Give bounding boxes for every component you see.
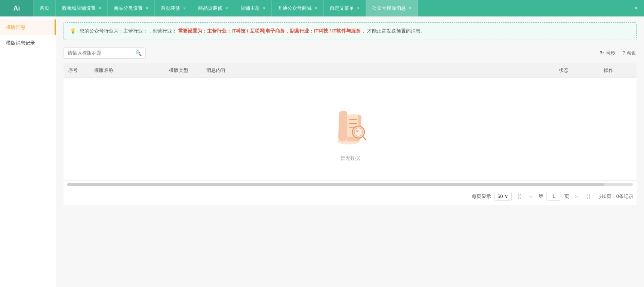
notice-suffix: 才能正常发送预置的消息。: [367, 28, 425, 34]
data-table: 序号 模版名称 模版类型 消息内容 状态 操作: [64, 63, 637, 181]
close-tab-custom-menu[interactable]: ×: [357, 6, 360, 11]
total-info: 共0页，0条记录: [599, 193, 634, 200]
col-header-seq: 序号: [64, 63, 90, 78]
scroll-bar-thumb[interactable]: [67, 183, 604, 186]
search-box[interactable]: 🔍: [64, 48, 146, 59]
notice-prefix: 您的公众号行业为：主营行业：，副营行业：: [80, 28, 177, 34]
first-page-button[interactable]: ⟨⟨: [515, 192, 524, 201]
table-header-row: 序号 模版名称 模版类型 消息内容 状态 操作: [64, 63, 637, 78]
table-body: 暂无数据: [64, 77, 637, 180]
svg-line-6: [363, 136, 366, 140]
per-page-value: 50: [497, 193, 503, 199]
tab-shop-theme[interactable]: 店铺主题 ×: [234, 0, 272, 16]
pagination: 每页显示 50 ∨ ⟨⟨ ＜ 第 页 ＞ ⟩⟩ 共0页，0条记录: [64, 188, 637, 205]
scroll-bar-row: [64, 181, 637, 188]
close-tab-product-decor[interactable]: ×: [225, 6, 228, 11]
page-label-prefix: 第: [539, 193, 543, 200]
sidebar-item-template-msg-record[interactable]: 模版消息记录: [0, 35, 56, 51]
help-button[interactable]: ? 帮助: [623, 50, 637, 57]
scroll-bar-track[interactable]: [67, 183, 633, 186]
sidebar: 模版消息 模版消息记录: [0, 16, 56, 287]
tab-open-shop[interactable]: 开通公众号商城 ×: [272, 0, 324, 16]
notice-icon: 💡: [70, 28, 76, 34]
col-header-action: 操作: [599, 63, 637, 78]
close-tab-open-shop[interactable]: ×: [315, 6, 317, 11]
svg-point-7: [356, 130, 358, 132]
empty-state: 暂无数据: [68, 82, 632, 177]
col-header-name: 模版名称: [90, 63, 164, 78]
last-page-button[interactable]: ⟩⟩: [584, 192, 593, 201]
refresh-icon: ↻: [600, 50, 604, 56]
col-header-content: 消息内容: [202, 63, 554, 78]
svg-point-5: [354, 128, 363, 136]
empty-state-cell: 暂无数据: [64, 77, 637, 180]
close-all-button[interactable]: ×: [629, 5, 644, 12]
help-icon: ?: [623, 50, 625, 56]
tab-home[interactable]: 首页: [34, 0, 56, 16]
close-tab-template-msg[interactable]: ×: [409, 6, 412, 11]
search-icon[interactable]: 🔍: [135, 50, 142, 56]
page-number-input[interactable]: [546, 192, 561, 201]
col-header-type: 模版类型: [164, 63, 202, 78]
notice-highlight: 需要设置为：主营行业：IT科技 / 互联网|电子商务，副营行业：IT科技 / I…: [178, 28, 366, 34]
search-input[interactable]: [68, 50, 135, 56]
sidebar-item-template-msg[interactable]: 模版消息: [0, 19, 56, 35]
sync-button[interactable]: ↻ 同步: [600, 50, 615, 57]
tab-product-category[interactable]: 商品分类设置 ×: [108, 0, 155, 16]
page-label-suffix: 页: [564, 193, 569, 200]
per-page-label: 每页显示: [472, 193, 491, 200]
close-tab-wechat-shop[interactable]: ×: [99, 6, 101, 11]
tab-wechat-shop[interactable]: 微商城店铺设置 ×: [56, 0, 108, 16]
main-layout: 模版消息 模版消息记录 💡 您的公众号行业为：主营行业：，副营行业： 需要设置为…: [0, 16, 644, 287]
toolbar-divider: |: [618, 50, 619, 56]
prev-page-button[interactable]: ＜: [527, 192, 536, 201]
tab-product-decor[interactable]: 商品页装修 ×: [192, 0, 234, 16]
per-page-select[interactable]: 50 ∨: [494, 192, 511, 201]
notice-box: 💡 您的公众号行业为：主营行业：，副营行业： 需要设置为：主营行业：IT科技 /…: [64, 22, 637, 40]
tab-homepage-decor[interactable]: 首页装修 ×: [155, 0, 192, 16]
close-tab-homepage-decor[interactable]: ×: [183, 6, 186, 11]
empty-state-row: 暂无数据: [64, 77, 637, 180]
top-nav: Ai 首页 微商城店铺设置 × 商品分类设置 × 首页装修 × 商品页装修 × …: [0, 0, 644, 16]
main-content: 💡 您的公众号行业为：主营行业：，副营行业： 需要设置为：主营行业：IT科技 /…: [56, 16, 644, 287]
tab-custom-menu[interactable]: 自定义菜单 ×: [324, 0, 366, 16]
empty-text: 暂无数据: [341, 155, 360, 162]
logo: Ai: [0, 0, 34, 16]
close-tab-shop-theme[interactable]: ×: [263, 6, 265, 11]
toolbar: 🔍 ↻ 同步 | ? 帮助: [64, 48, 637, 59]
col-header-status: 状态: [554, 63, 599, 78]
chevron-down-icon: ∨: [505, 193, 508, 199]
tab-template-msg[interactable]: 公众号模版消息 ×: [366, 0, 418, 16]
next-page-button[interactable]: ＞: [572, 192, 581, 201]
toolbar-right: ↻ 同步 | ? 帮助: [600, 50, 637, 57]
empty-state-icon: [328, 104, 373, 149]
close-tab-product-category[interactable]: ×: [146, 6, 148, 11]
